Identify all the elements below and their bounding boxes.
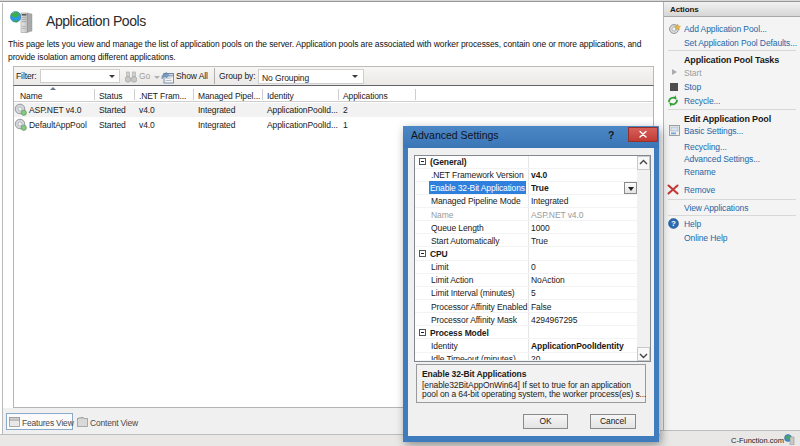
svg-text:?: ?: [671, 219, 676, 228]
